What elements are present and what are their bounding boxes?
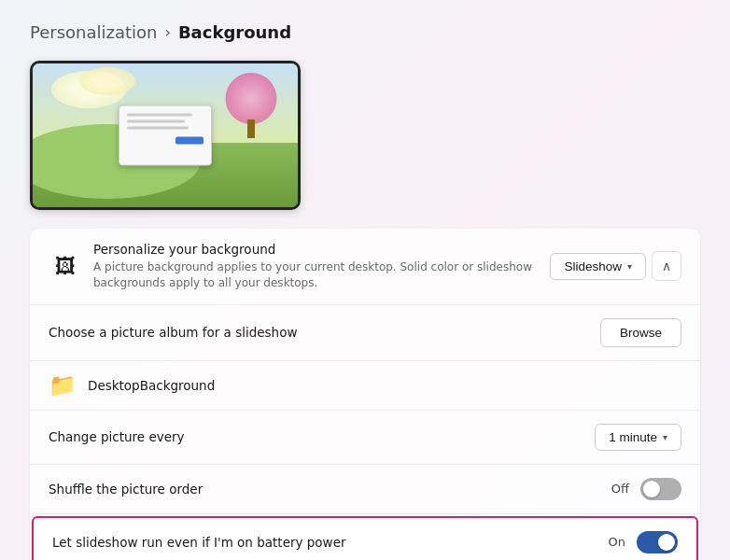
shuffle-status: Off: [611, 482, 629, 496]
battery-toggle[interactable]: [637, 531, 678, 553]
shuffle-controls: Off: [611, 478, 681, 500]
shuffle-toggle-track: [640, 478, 681, 500]
breadcrumb-chevron: ›: [164, 23, 170, 41]
preview-line-1: [127, 114, 192, 117]
preview-cloud-2: [79, 67, 135, 95]
personalize-background-label: Personalize your background: [93, 242, 539, 257]
preview-tree-blossom: [226, 73, 277, 124]
shuffle-row: Shuffle the picture order Off: [30, 465, 700, 514]
change-picture-controls: 1 minute ▾: [595, 424, 681, 451]
change-picture-label: Change picture every: [49, 429, 583, 444]
personalize-background-row: 🖼 Personalize your background A picture …: [30, 229, 700, 305]
change-picture-text: Change picture every: [49, 429, 583, 444]
breadcrumb-parent[interactable]: Personalization: [30, 22, 157, 42]
battery-row: Let slideshow run even if I'm on battery…: [32, 516, 698, 560]
settings-card: 🖼 Personalize your background A picture …: [30, 229, 700, 560]
background-type-dropdown[interactable]: Slideshow ▾: [550, 253, 646, 280]
collapse-button[interactable]: ∧: [652, 251, 681, 281]
personalize-background-desc: A picture background applies to your cur…: [93, 259, 539, 291]
change-picture-chevron-icon: ▾: [663, 432, 667, 442]
preview-tree: [223, 73, 279, 138]
folder-icon: 📁: [49, 372, 77, 399]
folder-row: 📁 DesktopBackground: [30, 361, 700, 411]
folder-name: DesktopBackground: [88, 378, 215, 393]
battery-toggle-thumb: [658, 534, 675, 551]
preview-line-2: [127, 120, 185, 123]
personalize-background-text: Personalize your background A picture ba…: [93, 242, 539, 291]
preview-frame: [30, 61, 301, 210]
breadcrumb: Personalization › Background: [30, 22, 700, 42]
shuffle-toggle-thumb: [643, 481, 660, 497]
preview-line-3: [127, 127, 189, 130]
picture-album-label: Choose a picture album for a slideshow: [49, 325, 589, 340]
battery-status: On: [609, 535, 625, 549]
dropdown-chevron-icon: ▾: [627, 261, 632, 272]
personalize-background-controls: Slideshow ▾ ∧: [550, 251, 681, 281]
battery-text: Let slideshow run even if I'm on battery…: [52, 535, 597, 550]
battery-label: Let slideshow run even if I'm on battery…: [52, 535, 597, 550]
battery-toggle-track: [637, 531, 678, 553]
change-picture-row: Change picture every 1 minute ▾: [30, 411, 700, 465]
change-picture-dropdown[interactable]: 1 minute ▾: [595, 424, 681, 451]
shuffle-label: Shuffle the picture order: [49, 482, 600, 497]
preview-dialog-button: [175, 137, 204, 145]
picture-album-row: Choose a picture album for a slideshow B…: [30, 305, 700, 361]
preview-dialog-window: [119, 105, 212, 166]
background-icon: 🖼: [49, 249, 82, 283]
shuffle-text: Shuffle the picture order: [49, 482, 600, 497]
breadcrumb-current: Background: [178, 22, 291, 42]
picture-album-text: Choose a picture album for a slideshow: [49, 325, 589, 340]
browse-button[interactable]: Browse: [600, 318, 681, 347]
shuffle-toggle[interactable]: [640, 478, 681, 500]
preview-tree-trunk: [247, 119, 255, 138]
picture-album-controls: Browse: [600, 318, 681, 347]
battery-controls: On: [609, 531, 678, 553]
preview-container: [30, 61, 700, 210]
